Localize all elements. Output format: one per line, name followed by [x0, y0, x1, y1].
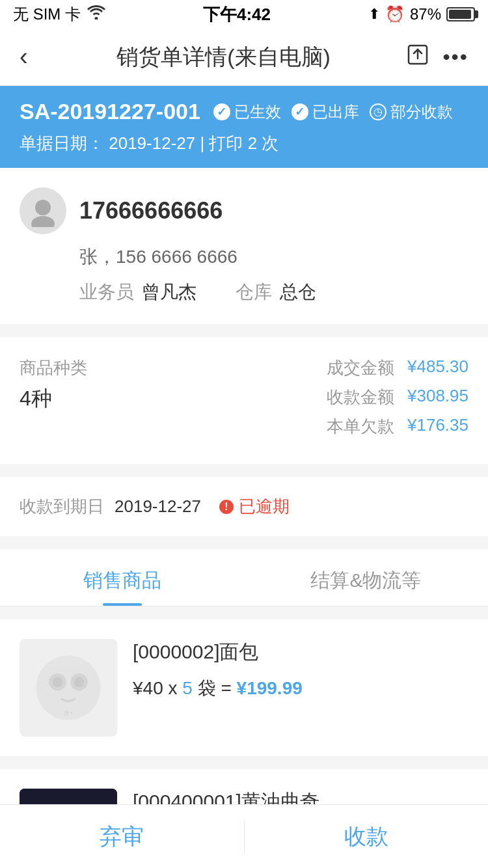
print-count-value: 2: [248, 133, 257, 153]
warehouse-name: 总仓: [280, 280, 316, 305]
product-multiply-1: x: [169, 678, 183, 698]
product-qty-1: 5: [182, 678, 193, 698]
tab-sales-products[interactable]: 销售商品: [0, 549, 244, 606]
alarm-icon: ⏰: [385, 5, 405, 23]
wifi-icon: [87, 5, 105, 23]
status-left: 无 SIM 卡: [13, 4, 105, 25]
product-equals-1: =: [221, 678, 236, 698]
agent-label: 业务员: [79, 280, 134, 305]
status-tag-shipped: ✓ 已出库: [291, 102, 359, 122]
separator: |: [200, 133, 209, 153]
summary-section: 商品种类 4种 成交金额 ¥485.30 收款金额 ¥308.95 本单欠款 ¥…: [0, 337, 488, 464]
overdue-dot-icon: !: [219, 500, 234, 514]
list-item: 兽+ [0000002]面包 ¥40 x 5 袋 = ¥199.99: [0, 619, 488, 756]
check-icon-2: ✓: [291, 103, 308, 120]
amount-row-received: 收款金额 ¥308.95: [327, 386, 468, 409]
tabs-divider: [0, 606, 488, 606]
collect-payment-label: 收款: [344, 822, 388, 852]
product-unit-1: 袋: [198, 678, 216, 698]
back-button[interactable]: ‹: [20, 43, 41, 71]
product-name-1: [0000002]面包: [133, 639, 468, 666]
product-unit-price-1: ¥40: [133, 678, 163, 698]
tab-settlement[interactable]: 结算&物流等: [244, 549, 488, 606]
nav-bar: ‹ 销货单详情(来自电脑) •••: [0, 29, 488, 86]
customer-contact: 张，156 6666 6666: [20, 245, 468, 269]
amount-label-total: 成交金额: [327, 357, 394, 379]
agent-name: 曾凡杰: [142, 280, 197, 305]
product-image-1: 兽+: [20, 639, 117, 737]
amount-row-total: 成交金额 ¥485.30: [327, 357, 468, 379]
tab-sales-label: 销售商品: [83, 569, 161, 591]
status-tag-partial: ◷ 部分收款: [370, 102, 453, 122]
summary-right: 成交金额 ¥485.30 收款金额 ¥308.95 本单欠款 ¥176.35: [327, 357, 468, 444]
export-icon[interactable]: [406, 43, 429, 72]
summary-row: 商品种类 4种 成交金额 ¥485.30 收款金额 ¥308.95 本单欠款 ¥…: [20, 357, 468, 444]
svg-point-2: [35, 200, 51, 215]
amount-value-debt: ¥176.35: [407, 415, 468, 438]
overdue-text: 已逾期: [239, 495, 290, 518]
avatar: [20, 187, 66, 234]
page-title: 销货单详情(来自电脑): [41, 42, 407, 72]
customer-row: 17666666666: [20, 187, 468, 234]
bottom-bar: 弃审 收款: [0, 804, 488, 868]
battery-icon: [446, 7, 475, 21]
svg-point-3: [31, 216, 55, 227]
overdue-date: 2019-12-27: [115, 496, 201, 517]
amount-value-total: ¥485.30: [407, 357, 468, 379]
banner-date: 单据日期： 2019-12-27 | 打印 2 次: [20, 132, 468, 155]
banner-top: SA-20191227-001 ✓ 已生效 ✓ 已出库 ◷ 部分收款: [20, 99, 468, 124]
status-label-3: 部分收款: [390, 102, 453, 122]
category-count: 4种: [20, 385, 87, 413]
category-label: 商品种类: [20, 357, 87, 379]
status-label-2: 已出库: [312, 102, 359, 122]
print-label: 打印: [209, 133, 243, 153]
amount-value-received: ¥308.95: [407, 386, 468, 409]
cancel-review-label: 弃审: [100, 822, 144, 852]
svg-point-7: [53, 677, 62, 687]
status-right: ⬆ ⏰ 87%: [368, 5, 475, 23]
amount-label-debt: 本单欠款: [327, 415, 394, 438]
product-price-row-1: ¥40 x 5 袋 = ¥199.99: [133, 676, 468, 701]
carrier-label: 无 SIM 卡: [13, 4, 81, 25]
cancel-review-button[interactable]: 弃审: [0, 805, 244, 868]
more-options-icon[interactable]: •••: [442, 45, 468, 69]
date-label: 单据日期：: [20, 133, 104, 153]
agent-row: 业务员 曾凡杰 仓库 总仓: [20, 280, 468, 305]
location-icon: ⬆: [368, 6, 380, 23]
status-tag-effective: ✓ 已生效: [213, 102, 281, 122]
header-banner: SA-20191227-001 ✓ 已生效 ✓ 已出库 ◷ 部分收款 单据日期：…: [0, 86, 488, 168]
status-bar: 无 SIM 卡 下午4:42 ⬆ ⏰ 87%: [0, 0, 488, 29]
status-label-1: 已生效: [234, 102, 281, 122]
amount-label-received: 收款金额: [327, 386, 394, 409]
overdue-badge: ! 已逾期: [211, 493, 297, 521]
overdue-label: 收款到期日: [20, 495, 104, 518]
status-time: 下午4:42: [203, 3, 271, 26]
summary-left: 商品种类 4种: [20, 357, 87, 413]
print-unit: 次: [262, 133, 278, 153]
warehouse-label: 仓库: [236, 280, 272, 305]
tab-settlement-label: 结算&物流等: [310, 569, 421, 591]
overdue-section: 收款到期日 2019-12-27 ! 已逾期: [0, 477, 488, 536]
product-total-1: ¥199.99: [237, 678, 303, 698]
check-icon-1: ✓: [213, 103, 230, 120]
svg-text:兽+: 兽+: [64, 710, 73, 716]
battery-percent: 87%: [410, 5, 441, 23]
order-date: 2019-12-27: [109, 133, 195, 153]
customer-id: 17666666666: [79, 197, 223, 224]
tabs-section: 销售商品 结算&物流等: [0, 549, 488, 606]
clock-icon: ◷: [370, 103, 386, 120]
status-tags: ✓ 已生效 ✓ 已出库 ◷ 部分收款: [213, 102, 453, 122]
amount-row-debt: 本单欠款 ¥176.35: [327, 415, 468, 438]
order-id: SA-20191227-001: [20, 99, 200, 124]
nav-actions: •••: [406, 43, 468, 72]
product-info-1: [0000002]面包 ¥40 x 5 袋 = ¥199.99: [133, 639, 468, 701]
customer-section: 17666666666 张，156 6666 6666 业务员 曾凡杰 仓库 总…: [0, 168, 488, 324]
svg-point-8: [74, 677, 84, 687]
collect-payment-button[interactable]: 收款: [245, 805, 489, 868]
